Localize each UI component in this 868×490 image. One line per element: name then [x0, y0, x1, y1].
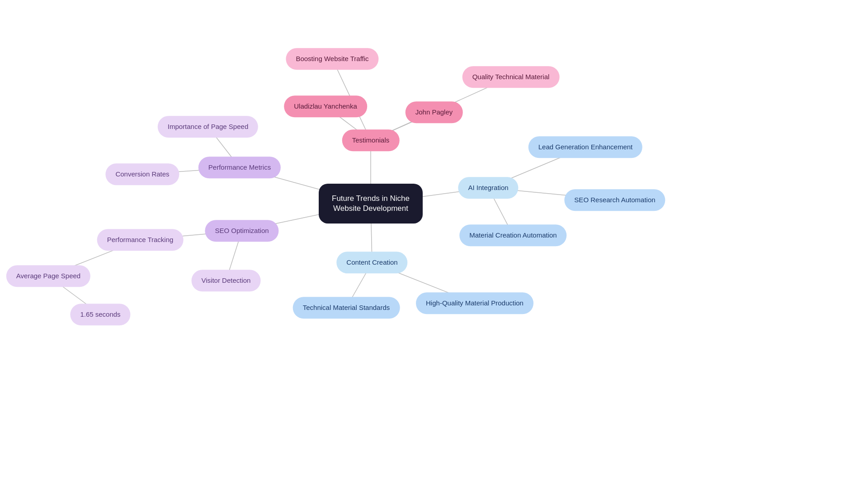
node-ai_integration[interactable]: AI Integration	[458, 177, 518, 199]
node-center[interactable]: Future Trends in Niche Website Developme…	[319, 184, 423, 224]
node-testimonials[interactable]: Testimonials	[342, 129, 400, 151]
node-content[interactable]: Content Creation	[336, 252, 407, 273]
node-page_speed[interactable]: Importance of Page Speed	[158, 116, 258, 138]
node-material_auto[interactable]: Material Creation Automation	[459, 224, 566, 246]
node-seo_research[interactable]: SEO Research Automation	[564, 189, 665, 211]
node-visitor[interactable]: Visitor Detection	[192, 270, 261, 291]
node-performance_metrics[interactable]: Performance Metrics	[198, 157, 281, 178]
node-avg_speed[interactable]: Average Page Speed	[6, 265, 90, 287]
node-lead_gen[interactable]: Lead Generation Enhancement	[528, 136, 642, 158]
node-boosting[interactable]: Boosting Website Traffic	[286, 48, 378, 70]
node-perf_tracking[interactable]: Performance Tracking	[97, 229, 184, 251]
node-quality[interactable]: Quality Technical Material	[462, 66, 560, 88]
node-seconds[interactable]: 1.65 seconds	[70, 304, 130, 325]
node-hq_material[interactable]: High-Quality Material Production	[416, 292, 533, 314]
node-tech_material[interactable]: Technical Material Standards	[293, 297, 400, 319]
node-seo_opt[interactable]: SEO Optimization	[205, 220, 278, 242]
node-uladizlau[interactable]: Uladizlau Yanchenka	[284, 95, 367, 117]
node-john[interactable]: John Pagley	[406, 101, 463, 123]
mindmap-canvas: Future Trends in Niche Website Developme…	[0, 0, 868, 490]
node-conversion[interactable]: Conversion Rates	[105, 163, 179, 185]
